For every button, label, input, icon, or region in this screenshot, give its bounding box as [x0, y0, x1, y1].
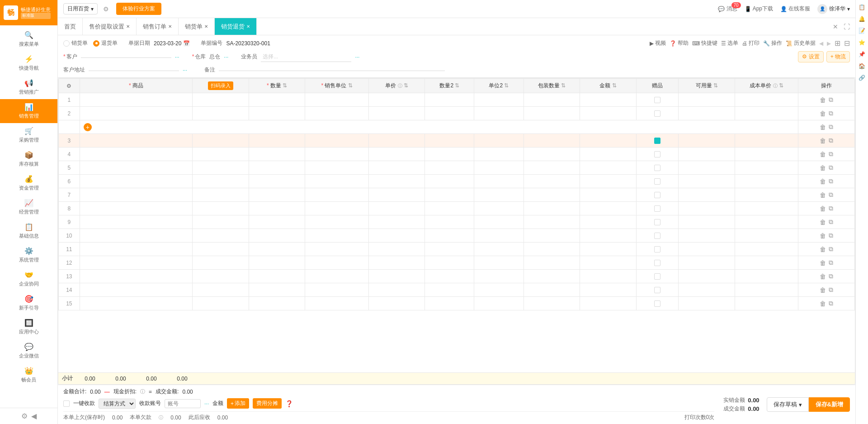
- user-menu[interactable]: 👤 徐泽华 ▾: [817, 4, 850, 14]
- quantity-cell-14[interactable]: [249, 283, 305, 297]
- amount-cell-4[interactable]: [580, 148, 637, 161]
- tab-close-price-setting[interactable]: ✕: [126, 24, 130, 29]
- note-field[interactable]: [219, 69, 445, 71]
- salesunit-cell-11[interactable]: [305, 243, 368, 256]
- add-row-btn[interactable]: +: [84, 123, 92, 131]
- qty2-cell-4[interactable]: [425, 148, 474, 161]
- price-cell-9[interactable]: [368, 215, 425, 229]
- app-download-btn[interactable]: 📱 App下载: [745, 5, 773, 13]
- copy-icon-15[interactable]: ⧉: [829, 300, 833, 307]
- sidebar-item-wechat[interactable]: 💬 企业微信: [0, 339, 57, 363]
- quantity-cell-6[interactable]: [249, 175, 305, 188]
- copy-icon-4[interactable]: ⧉: [829, 150, 833, 158]
- calc-method-select[interactable]: 结算方式: [99, 399, 136, 409]
- packqty-cell-1[interactable]: [524, 93, 580, 107]
- product-cell-6[interactable]: [80, 175, 192, 188]
- sidebar-item-purchase[interactable]: 🛒 采购管理: [0, 123, 57, 147]
- sidebar-item-basic[interactable]: 📋 基础信息: [0, 219, 57, 243]
- salesunit-cell-2[interactable]: [305, 107, 368, 120]
- col-salesunit-sort[interactable]: ⇅: [348, 82, 353, 89]
- unit2-cell-15[interactable]: [474, 297, 524, 310]
- warehouse-more[interactable]: ···: [224, 54, 228, 60]
- packqty-cell-13[interactable]: [524, 270, 580, 283]
- shortcut-btn[interactable]: ⌨ 快捷键: [692, 39, 717, 47]
- price-cell-7[interactable]: [368, 188, 425, 202]
- gift-checkbox-9[interactable]: [654, 219, 660, 225]
- video-btn[interactable]: ▶ 视频: [650, 39, 666, 47]
- qty2-cell-15[interactable]: [425, 297, 474, 310]
- copy-icon-3[interactable]: ⧉: [829, 137, 833, 144]
- quantity-cell-9[interactable]: [249, 215, 305, 229]
- product-cell-12[interactable]: [80, 256, 192, 270]
- tab-sales-return[interactable]: 销货退货✕: [215, 18, 257, 35]
- gift-checkbox-12[interactable]: [654, 260, 660, 266]
- customer-field[interactable]: [81, 56, 171, 58]
- quantity-cell-15[interactable]: [249, 297, 305, 310]
- right-panel-item-3[interactable]: ⭐: [857, 37, 868, 48]
- radio-sale[interactable]: 销货单: [63, 39, 88, 47]
- gift-checkbox-7[interactable]: [654, 192, 660, 198]
- customer-more[interactable]: ···: [175, 54, 179, 60]
- salesunit-cell-7[interactable]: [305, 188, 368, 202]
- right-panel-item-4[interactable]: 📌: [857, 49, 868, 60]
- tab-home[interactable]: 首页: [58, 18, 83, 35]
- table-container[interactable]: ⚙ * 商品 扫码录入 * 数量 ⇅ * 销售单位 ⇅ 单价 ⓘ ⇅ 数量2 ⇅…: [58, 78, 855, 372]
- salesunit-cell-4[interactable]: [305, 148, 368, 161]
- col-cost-sort[interactable]: ⇅: [779, 82, 783, 89]
- salesunit-cell-9[interactable]: [305, 215, 368, 229]
- amount-cell-7[interactable]: [580, 188, 637, 202]
- sidebar-item-finance[interactable]: 💰 资金管理: [0, 171, 57, 195]
- amount-cell-3[interactable]: [580, 134, 637, 148]
- experience-btn[interactable]: 体验行业方案: [116, 3, 161, 15]
- unit2-cell-13[interactable]: [474, 270, 524, 283]
- yijian-checkbox[interactable]: [63, 400, 70, 407]
- col-amount-sort[interactable]: ⇅: [612, 82, 617, 89]
- amount-cell-13[interactable]: [580, 270, 637, 283]
- product-input[interactable]: [82, 137, 190, 144]
- qty2-cell-6[interactable]: [425, 175, 474, 188]
- tab-sales-delivery[interactable]: 销货单✕: [179, 18, 215, 35]
- product-cell-13[interactable]: [80, 270, 192, 283]
- sidebar-item-member[interactable]: 👑 畅会员: [0, 363, 57, 387]
- unit2-cell-3[interactable]: [474, 134, 524, 148]
- salesunit-cell-12[interactable]: [305, 256, 368, 270]
- col-scan[interactable]: 扫码录入: [193, 79, 249, 93]
- gift-checkbox-5[interactable]: [654, 165, 660, 171]
- product-cell-14[interactable]: [80, 283, 192, 297]
- price-cell-8[interactable]: [368, 202, 425, 215]
- packqty-cell-12[interactable]: [524, 256, 580, 270]
- copy-icon-10[interactable]: ⧉: [829, 232, 833, 239]
- help-btn[interactable]: ❓ 帮助: [670, 39, 689, 47]
- qty2-cell-13[interactable]: [425, 270, 474, 283]
- fenyong-btn[interactable]: 费用分摊: [253, 398, 282, 409]
- copy-icon-13[interactable]: ⧉: [829, 272, 833, 280]
- salesunit-cell-6[interactable]: [305, 175, 368, 188]
- delete-icon-9[interactable]: 🗑: [820, 219, 826, 226]
- right-panel-item-5[interactable]: 🏠: [857, 61, 868, 71]
- sidebar-item-guide[interactable]: 🎯 新手引导: [0, 291, 57, 315]
- right-panel-item-1[interactable]: 🔔: [857, 14, 868, 24]
- gift-cell-4[interactable]: [636, 148, 679, 161]
- quantity-cell-8[interactable]: [249, 202, 305, 215]
- add-btn[interactable]: + 添加: [227, 398, 249, 409]
- price-cell-12[interactable]: [368, 256, 425, 270]
- amount-cell-15[interactable]: [580, 297, 637, 310]
- expand-tab-icon[interactable]: ⛶: [842, 22, 852, 31]
- unit2-cell-2[interactable]: [474, 107, 524, 120]
- packqty-cell-9[interactable]: [524, 215, 580, 229]
- amount-cell-8[interactable]: [580, 202, 637, 215]
- price-cell-14[interactable]: [368, 283, 425, 297]
- copy-icon-12[interactable]: ⧉: [829, 259, 833, 267]
- gift-cell-13[interactable]: [636, 270, 679, 283]
- product-cell-2[interactable]: [80, 107, 192, 120]
- packqty-cell-7[interactable]: [524, 188, 580, 202]
- copy-addrow-icon[interactable]: ⧉: [829, 123, 833, 131]
- amount-cell-11[interactable]: [580, 243, 637, 256]
- packqty-cell-11[interactable]: [524, 243, 580, 256]
- delete-icon-4[interactable]: 🗑: [820, 151, 826, 158]
- col-avail-sort[interactable]: ⇅: [713, 82, 718, 89]
- price-cell-15[interactable]: [368, 297, 425, 310]
- salesunit-cell-8[interactable]: [305, 202, 368, 215]
- packqty-cell-15[interactable]: [524, 297, 580, 310]
- tab-close-sales-delivery[interactable]: ✕: [204, 24, 208, 29]
